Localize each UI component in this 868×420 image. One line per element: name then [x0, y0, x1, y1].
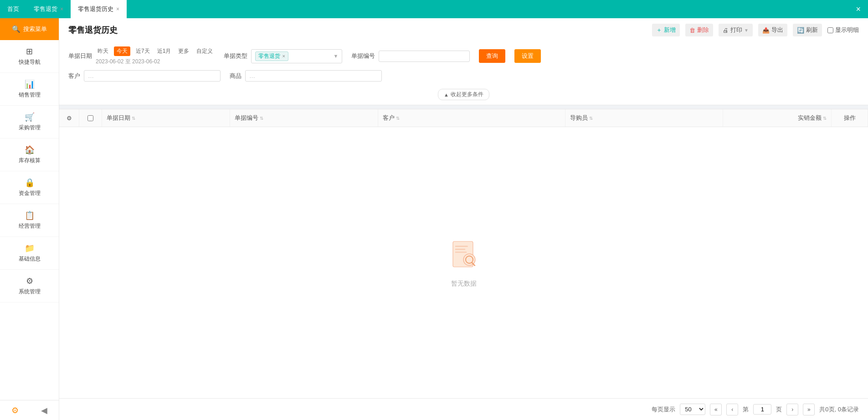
system-icon: ⚙ — [26, 276, 33, 286]
sales-icon: 📊 — [25, 79, 35, 89]
tab-return[interactable]: 零售退货 × — [26, 0, 71, 18]
th-number[interactable]: 单据编号 ⇅ — [230, 109, 378, 127]
settings-button[interactable]: 设置 — [514, 49, 541, 63]
refresh-icon: 🔄 — [797, 27, 804, 34]
new-button-label: 新增 — [664, 26, 676, 34]
th-action-label: 操作 — [844, 114, 856, 122]
new-button[interactable]: ＋ 新增 — [652, 24, 680, 36]
date-7days[interactable]: 近7天 — [134, 46, 152, 56]
customer-filter-input[interactable]: … — [84, 70, 221, 82]
collapse-button[interactable]: ▲ 收起更多条件 — [438, 89, 489, 100]
sidebar-item-label: 系统管理 — [19, 288, 41, 296]
first-page-button[interactable]: « — [710, 404, 722, 415]
type-tag-close[interactable]: × — [282, 53, 285, 59]
collapse-sidebar-icon[interactable]: ◀ — [41, 405, 47, 415]
refresh-button-label: 刷新 — [806, 26, 818, 34]
th-customer[interactable]: 客户 ⇅ — [378, 109, 565, 127]
docnum-filter-input[interactable] — [379, 51, 470, 62]
query-button[interactable]: 查询 — [479, 49, 505, 63]
tab-return-history[interactable]: 零售退货历史 × — [71, 0, 127, 18]
th-date[interactable]: 单据日期 ⇅ — [102, 109, 230, 127]
sidebar-search[interactable]: 🔍 搜索菜单 — [0, 18, 59, 40]
type-filter-select[interactable]: 零售退货 × ▼ — [251, 49, 342, 63]
sort-amount-icon: ⇅ — [823, 116, 827, 121]
collapse-button-label: 收起更多条件 — [451, 91, 483, 98]
next-page-button[interactable]: › — [786, 404, 798, 415]
settings-button-label: 设置 — [522, 52, 534, 59]
sidebar-item-label: 经营管理 — [19, 222, 41, 230]
th-action: 操作 — [832, 109, 868, 127]
date-yesterday[interactable]: 昨天 — [96, 46, 110, 56]
goods-filter-input[interactable]: … — [245, 70, 382, 82]
date-more[interactable]: 更多 — [176, 46, 191, 56]
sidebar-item-quick-nav[interactable]: ⊞ 快捷导航 — [0, 40, 59, 73]
type-filter-label: 单据类型 — [224, 52, 247, 60]
page-title-row: 零售退货历史 ＋ 新增 🗑 删除 🖨 打印 ▼ — [68, 24, 859, 36]
th-guide[interactable]: 导购员 ⇅ — [565, 109, 723, 127]
goods-filter-label: 商品 — [230, 72, 241, 80]
sidebar-item-operation[interactable]: 📋 经营管理 — [0, 204, 59, 237]
sidebar-item-purchase[interactable]: 🛒 采购管理 — [0, 106, 59, 138]
window-close-button[interactable]: × — [848, 0, 868, 18]
type-filter-group: 单据类型 零售退货 × ▼ — [224, 49, 342, 63]
prev-page-button[interactable]: ‹ — [726, 404, 738, 415]
tab-return-close[interactable]: × — [60, 6, 63, 12]
date-1month[interactable]: 近1月 — [155, 46, 173, 56]
per-page-label: 每页显示 — [652, 405, 675, 414]
sort-customer-icon: ⇅ — [396, 116, 400, 121]
show-detail-checkbox-label[interactable]: 显示明细 — [827, 26, 859, 34]
page-number-input[interactable] — [753, 404, 771, 415]
refresh-button[interactable]: 🔄 刷新 — [793, 24, 822, 36]
sidebar-item-label: 基础信息 — [19, 255, 41, 263]
gear-icon: ⚙ — [67, 115, 72, 122]
content-area: 零售退货历史 ＋ 新增 🗑 删除 🖨 打印 ▼ — [59, 18, 868, 420]
sidebar-item-basic[interactable]: 📁 基础信息 — [0, 237, 59, 270]
date-custom[interactable]: 自定义 — [195, 46, 215, 56]
last-page-button[interactable]: » — [803, 404, 815, 415]
page-header: 零售退货历史 ＋ 新增 🗑 删除 🖨 打印 ▼ — [59, 18, 868, 105]
filter-area: 单据日期 昨天 今天 近7天 近1月 更多 自定义 2023-06-02 至 2… — [68, 42, 859, 105]
export-icon: 📤 — [762, 27, 770, 34]
tab-home[interactable]: 零售退货历史 首页 — [0, 0, 26, 18]
print-chevron-icon: ▼ — [744, 28, 749, 33]
tab-return-history-close[interactable]: × — [116, 6, 119, 12]
th-number-label: 单据编号 — [235, 114, 258, 122]
sidebar-search-label: 搜索菜单 — [23, 25, 47, 33]
show-detail-checkbox[interactable] — [827, 27, 833, 33]
delete-button[interactable]: 🗑 删除 — [685, 24, 713, 36]
sidebar-item-sales[interactable]: 📊 销售管理 — [0, 73, 59, 106]
finance-icon: 🔒 — [25, 178, 35, 188]
show-detail-label: 显示明细 — [835, 26, 859, 34]
type-tag: 零售退货 × — [255, 51, 288, 61]
table-header: ⚙ 单据日期 ⇅ 单据编号 ⇅ 客户 ⇅ 导购员 — [59, 109, 868, 127]
customer-filter-label: 客户 — [68, 72, 80, 80]
sidebar-item-system[interactable]: ⚙ 系统管理 — [0, 270, 59, 302]
th-settings[interactable]: ⚙ — [59, 109, 79, 127]
table-body: 暂无数据 — [59, 127, 868, 398]
trash-icon: 🗑 — [689, 27, 695, 34]
type-caret-icon: ▼ — [333, 53, 338, 59]
sort-guide-icon: ⇅ — [589, 116, 593, 121]
page-unit-label: 页 — [776, 405, 782, 414]
print-icon: 🖨 — [723, 27, 729, 34]
plus-icon: ＋ — [656, 26, 662, 34]
page-total: 共0页, 0条记录 — [819, 405, 859, 414]
sidebar-item-inventory[interactable]: 🏠 库存核算 — [0, 138, 59, 171]
select-all-checkbox[interactable] — [87, 115, 93, 121]
date-today[interactable]: 今天 — [114, 46, 130, 56]
date-filter-group: 单据日期 昨天 今天 近7天 近1月 更多 自定义 2023-06-02 至 2… — [68, 46, 215, 66]
print-button[interactable]: 🖨 打印 ▼ — [719, 24, 753, 36]
docnum-filter-label: 单据编号 — [351, 52, 375, 60]
sidebar-item-finance[interactable]: 🔒 资金管理 — [0, 171, 59, 204]
docnum-filter-group: 单据编号 — [351, 51, 470, 62]
th-amount[interactable]: 实销金额 ⇅ — [723, 109, 832, 127]
search-icon: 🔍 — [12, 25, 21, 33]
query-button-label: 查询 — [486, 52, 498, 59]
svg-rect-3 — [455, 251, 467, 252]
th-checkbox[interactable] — [79, 109, 102, 127]
page-size-select[interactable]: 10 20 50 100 — [680, 404, 705, 415]
settings-gear-icon[interactable]: ⚙ — [11, 405, 19, 415]
export-button[interactable]: 📤 导出 — [758, 24, 787, 36]
filter-row-2: 客户 … 商品 … — [68, 70, 859, 82]
top-bar: 零售退货历史 首页 零售退货 × 零售退货历史 × × — [0, 0, 868, 18]
